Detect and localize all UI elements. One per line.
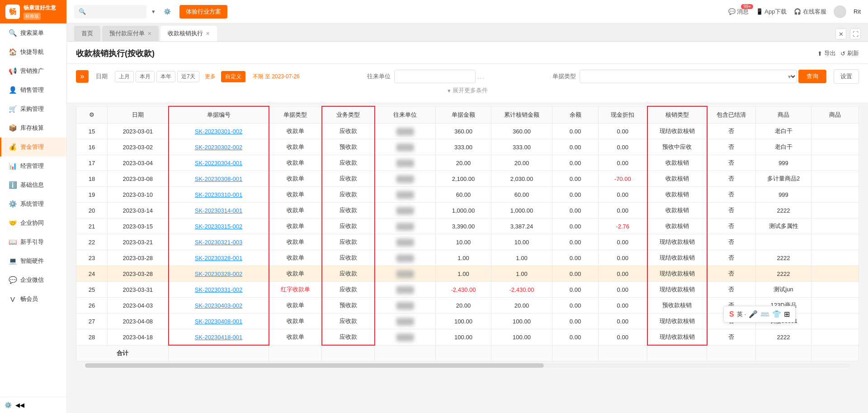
cell-sno[interactable]: SK-20230408-001: [169, 313, 269, 329]
cell-sno[interactable]: SK-20230328-001: [169, 250, 269, 266]
cell-amount: -2,430.00: [436, 282, 491, 298]
cell-sno[interactable]: SK-20230418-001: [169, 329, 269, 346]
date-this-year-btn[interactable]: 本年: [156, 71, 175, 82]
date-7days-btn[interactable]: 近7天: [177, 71, 199, 82]
cell-cum-cancel: 1.00: [491, 250, 552, 266]
page-header: 收款核销执行(按收款) ⬆ 导出 ↺ 刷新: [67, 42, 868, 64]
col-header-include-clear[interactable]: 包含已结清: [707, 106, 756, 123]
col-header-product2[interactable]: 商品: [811, 106, 859, 123]
tab-cancel-exec-close[interactable]: ✕: [206, 31, 210, 37]
cell-sno[interactable]: SK-20230310-001: [169, 187, 269, 203]
watermark-brand: S: [729, 310, 734, 318]
tab-prepay-close[interactable]: ✕: [147, 31, 151, 37]
search-icon: 🔍: [9, 29, 17, 37]
sidebar-item-wechat[interactable]: 💬 企业微信: [0, 271, 66, 290]
col-header-cum-cancel[interactable]: 累计核销金额: [491, 106, 552, 123]
cell-balance: 0.00: [552, 266, 599, 282]
tab-prepay[interactable]: 预付款应付单 ✕: [102, 26, 159, 41]
member-icon: V: [9, 295, 17, 303]
col-header-balance[interactable]: 余额: [552, 106, 599, 123]
cell-include-clear: 否: [707, 203, 756, 218]
sidebar-collapse-icon[interactable]: ◀◀: [15, 402, 24, 408]
page-actions: ⬆ 导出 ↺ 刷新: [817, 49, 859, 57]
horizontal-scrollbar[interactable]: [85, 363, 850, 368]
scrollbar-thumb[interactable]: [85, 363, 544, 368]
col-header-product[interactable]: 商品: [756, 106, 811, 123]
table-row: 152023-03-01SK-20230301-002收款单应收款████360…: [76, 123, 859, 139]
sidebar-item-basic[interactable]: ℹ️ 基础信息: [0, 176, 66, 195]
bill-type-select[interactable]: [580, 70, 797, 83]
cell-sno[interactable]: SK-20230302-002: [169, 139, 269, 155]
cell-include-clear: 否: [707, 218, 756, 234]
app-download-btn[interactable]: 📱 App下载: [756, 8, 787, 16]
query-btn[interactable]: 查询: [798, 70, 826, 83]
cell-sno[interactable]: SK-20230321-003: [169, 234, 269, 250]
sidebar-item-purchase[interactable]: 🛒 采购管理: [0, 100, 66, 119]
cell-sno[interactable]: SK-20230308-001: [169, 171, 269, 187]
col-header-partner[interactable]: 往来单位: [375, 106, 436, 123]
tab-close-all-btn[interactable]: ✕: [835, 28, 846, 39]
sidebar-item-search[interactable]: 🔍 搜索菜单: [0, 24, 66, 43]
sidebar-item-inventory[interactable]: 📦 库存核算: [0, 119, 66, 138]
refresh-btn[interactable]: ↺ 刷新: [840, 49, 859, 57]
sidebar-item-finance[interactable]: 💰 资金管理: [0, 138, 66, 157]
cell-sno[interactable]: SK-20230314-001: [169, 203, 269, 218]
message-btn[interactable]: 💬 消息 99+: [728, 8, 749, 16]
cell-sno[interactable]: SK-20230304-001: [169, 155, 269, 171]
cell-cancel-type: 收款核销: [647, 171, 707, 187]
cell-sno[interactable]: SK-20230331-002: [169, 282, 269, 298]
tab-cancel-exec[interactable]: 收款核销执行 ✕: [160, 26, 217, 41]
partner-input[interactable]: [394, 70, 476, 83]
sidebar-item-hardware[interactable]: 💻 智能硬件: [0, 252, 66, 271]
filter-toggle-btn[interactable]: »: [76, 70, 89, 83]
select-dropdown-icon: ▾: [788, 73, 791, 80]
sidebar-item-sales[interactable]: 👤 销售管理: [0, 81, 66, 100]
sidebar-item-corp[interactable]: 🤝 企业协同: [0, 214, 66, 233]
cell-amount: 1,000.00: [436, 203, 491, 218]
topbar-dropdown-icon[interactable]: ▾: [152, 8, 155, 15]
sidebar-item-system[interactable]: ⚙️ 系统管理: [0, 195, 66, 214]
cell-sno[interactable]: SK-20230301-002: [169, 123, 269, 139]
col-header-discount[interactable]: 现金折扣: [599, 106, 647, 123]
cell-cum-cancel: 333.00: [491, 139, 552, 155]
cell-biz-type: 预收款: [322, 298, 375, 313]
date-last-month-btn[interactable]: 上月: [115, 71, 134, 82]
col-header-date[interactable]: 日期: [108, 106, 169, 123]
export-btn[interactable]: ⬆ 导出: [817, 49, 836, 57]
tab-expand-btn[interactable]: ⛶: [850, 28, 861, 39]
date-more-btn[interactable]: 更多: [201, 71, 219, 82]
user-avatar[interactable]: [834, 5, 846, 18]
date-custom-btn[interactable]: 自定义: [221, 71, 245, 82]
sidebar-item-ops[interactable]: 📊 经营管理: [0, 157, 66, 176]
col-header-settings[interactable]: ⚙: [76, 106, 108, 123]
cell-bill-type: 收款单: [269, 203, 322, 218]
cell-sno[interactable]: SK-20230328-002: [169, 266, 269, 282]
table-wrap[interactable]: ⚙ 日期 单据编号 单据类型 业务类型 往来单位 单据金额 累计核销金额 余额 …: [67, 106, 868, 413]
footer-cell: [707, 345, 756, 361]
topbar-search[interactable]: 🔍: [74, 5, 146, 19]
topbar-gear-btn[interactable]: ⚙️: [160, 5, 174, 19]
col-header-biz-type[interactable]: 业务类型: [322, 106, 375, 123]
cell-balance: 0.00: [552, 250, 599, 266]
cell-include-clear: 否: [707, 266, 756, 282]
date-this-month-btn[interactable]: 本月: [136, 71, 155, 82]
expand-conditions-btn[interactable]: ▾ 展开更多条件: [448, 86, 488, 95]
cell-sno[interactable]: SK-20230403-002: [169, 298, 269, 313]
online-service-btn[interactable]: 🎧 在线客服: [794, 8, 826, 16]
cell-cancel-type: 收款核销: [647, 155, 707, 171]
col-header-sno[interactable]: 单据编号: [169, 106, 269, 123]
sidebar-item-guide[interactable]: 📖 新手引导: [0, 233, 66, 252]
topbar-search-icon: 🔍: [79, 8, 86, 15]
sidebar-item-marketing[interactable]: 📢 营销推广: [0, 62, 66, 81]
settings-btn[interactable]: 设置: [834, 69, 859, 84]
cell-sno[interactable]: SK-20230315-002: [169, 218, 269, 234]
sidebar-settings-icon[interactable]: ⚙️: [5, 402, 12, 408]
col-header-amount[interactable]: 单据金额: [436, 106, 491, 123]
col-header-bill-type[interactable]: 单据类型: [269, 106, 322, 123]
tab-home[interactable]: 首页: [74, 26, 100, 41]
sidebar-item-shortcut[interactable]: 🏠 快捷导航: [0, 43, 66, 62]
col-header-cancel-type[interactable]: 核销类型: [647, 106, 707, 123]
solution-btn[interactable]: 体验行业方案: [179, 5, 227, 19]
sidebar-item-member[interactable]: V 畅会员: [0, 290, 66, 309]
hardware-icon: 💻: [9, 257, 17, 265]
